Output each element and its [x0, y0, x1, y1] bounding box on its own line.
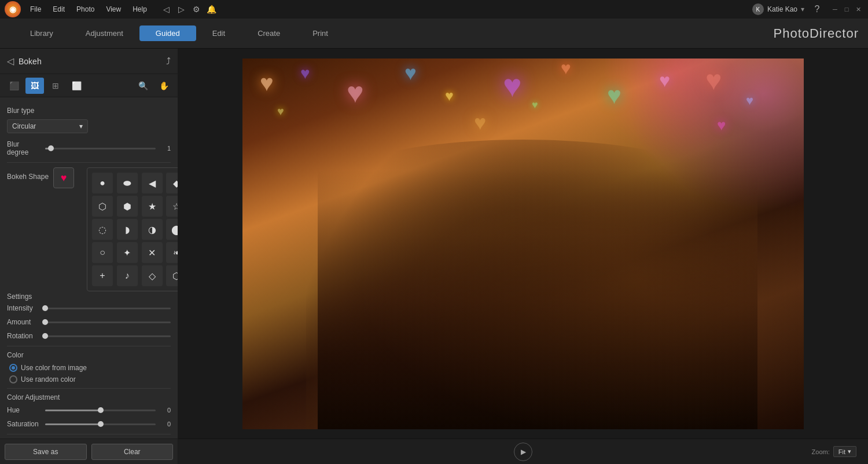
- blur-degree-value: 1: [159, 145, 171, 152]
- blur-degree-track[interactable]: [45, 148, 156, 149]
- tab-library[interactable]: Library: [14, 25, 69, 41]
- color-random-radio[interactable]: [9, 375, 17, 383]
- intensity-row: Intensity: [7, 304, 171, 312]
- shape-diamond[interactable]: ◆: [166, 173, 178, 193]
- user-chevron-icon[interactable]: ▾: [801, 5, 804, 13]
- app-logo: ◉: [5, 1, 21, 17]
- zoom-label: Zoom:: [812, 448, 830, 455]
- photo-bottom-bar: ▶: [178, 439, 868, 464]
- shape-plus[interactable]: +: [92, 265, 113, 286]
- tab-guided[interactable]: Guided: [139, 25, 196, 41]
- tab-edit[interactable]: Edit: [196, 25, 241, 41]
- menu-photo[interactable]: Photo: [72, 4, 99, 14]
- color-from-image-label: Use color from image: [21, 364, 87, 372]
- shape-circle-solid[interactable]: ●: [92, 173, 113, 193]
- title-bar-right: K Katie Kao ▾ ? ─ □ ✕: [752, 3, 863, 15]
- blur-type-select[interactable]: Circular ▾: [7, 119, 88, 133]
- zoom-chevron-icon: ▾: [848, 448, 851, 455]
- avatar: K: [752, 3, 764, 15]
- play-button[interactable]: ▶: [514, 443, 532, 461]
- help-icon[interactable]: ?: [811, 3, 823, 15]
- hue-track[interactable]: [45, 410, 156, 411]
- color-from-image-radio[interactable]: [9, 364, 17, 372]
- panel-header: ◁ Bokeh ⤴: [0, 49, 178, 74]
- settings-icon[interactable]: ⚙: [191, 3, 203, 15]
- photo-area: ♥ ♥ ♥ ♥ ♥ ♥ ♥ ♥ ♥ ♥ ♥ ♥ ♥ ♥ ♥: [178, 49, 868, 464]
- zoom-bar: Zoom: Fit ▾: [812, 446, 856, 457]
- shape-half-circle[interactable]: ◑: [142, 219, 163, 240]
- shape-star-solid[interactable]: ★: [142, 196, 163, 217]
- maximize-button[interactable]: □: [841, 4, 852, 14]
- shape-oval[interactable]: ⬬: [117, 173, 138, 193]
- shape-preview-button[interactable]: ♥: [53, 167, 74, 188]
- tab-print[interactable]: Print: [296, 25, 344, 41]
- bokeh-shape-label: Bokeh Shape: [7, 173, 49, 181]
- title-bar: ◉ File Edit Photo View Help ◁ ▷ ⚙ 🔔 K Ka…: [0, 0, 868, 19]
- panel-footer: Save as Clear: [0, 439, 178, 464]
- shape-circle-empty[interactable]: ○: [92, 242, 113, 263]
- user-info: K Katie Kao ▾: [752, 3, 804, 15]
- view-toolbar: ⬛ 🖼 ⊞ ⬜ 🔍 ✋: [0, 74, 178, 97]
- bokeh-shape-row: Bokeh Shape ♥ ● ⬬ ◀ ◆ ♥ ⬡ ⬢ ★ ☆ ♡ ◌ ◗ ◑: [7, 167, 171, 188]
- blur-degree-row: Blur degree 1: [7, 140, 171, 156]
- shape-hexagon-point[interactable]: ⬢: [117, 196, 138, 217]
- tab-create[interactable]: Create: [241, 25, 296, 41]
- shape-music-note[interactable]: ♪: [117, 265, 138, 286]
- blur-type-label: Blur type: [7, 107, 171, 115]
- zoom-select[interactable]: Fit ▾: [833, 446, 856, 457]
- window-controls: ─ □ ✕: [830, 4, 863, 14]
- menu-edit[interactable]: Edit: [48, 4, 69, 14]
- shape-leaf[interactable]: ❧: [166, 242, 178, 263]
- saturation-row: Saturation 0: [7, 420, 171, 428]
- shape-arrow[interactable]: ◗: [117, 219, 138, 240]
- rotation-track[interactable]: [45, 335, 171, 337]
- view-btn-1[interactable]: ⬛: [5, 78, 23, 94]
- amount-track[interactable]: [45, 321, 171, 323]
- rotation-label: Rotation: [7, 332, 42, 340]
- blur-type-chevron-icon: ▾: [79, 122, 83, 130]
- color-from-image-row: Use color from image: [9, 364, 171, 372]
- redo-icon[interactable]: ▷: [176, 3, 187, 15]
- export-icon[interactable]: ⤴: [166, 56, 171, 67]
- shape-picker-popup: ● ⬬ ◀ ◆ ♥ ⬡ ⬢ ★ ☆ ♡ ◌ ◗ ◑ ⬤ ╲ ○ ✦: [87, 167, 178, 291]
- blur-type-dropdown-row: Circular ▾: [7, 119, 171, 133]
- menu-help[interactable]: Help: [128, 4, 152, 14]
- app-title: PhotoDirector: [773, 26, 859, 41]
- photo-canvas[interactable]: ♥ ♥ ♥ ♥ ♥ ♥ ♥ ♥ ♥ ♥ ♥ ♥ ♥ ♥ ♥: [178, 49, 868, 439]
- save-as-button[interactable]: Save as: [5, 444, 87, 460]
- notification-icon[interactable]: 🔔: [206, 3, 218, 15]
- intensity-track[interactable]: [45, 308, 171, 309]
- shape-dot-large[interactable]: ⬤: [166, 219, 178, 240]
- hue-value: 0: [159, 407, 171, 414]
- view-btn-2[interactable]: 🖼: [25, 78, 44, 94]
- view-btn-grid[interactable]: ⊞: [46, 78, 65, 94]
- menu-file[interactable]: File: [25, 4, 46, 14]
- shape-circle-ring[interactable]: ◌: [92, 219, 113, 240]
- color-adjustment-label: Color Adjustment: [7, 393, 171, 401]
- shape-diamond-small[interactable]: ◇: [142, 265, 163, 286]
- shape-sparkle-4[interactable]: ✦: [117, 242, 138, 263]
- close-button[interactable]: ✕: [853, 4, 863, 14]
- saturation-track[interactable]: [45, 423, 156, 425]
- shape-hexagon-flat[interactable]: ⬡: [92, 196, 113, 217]
- clear-button[interactable]: Clear: [91, 444, 174, 460]
- tab-adjustment[interactable]: Adjustment: [69, 25, 139, 41]
- username: Katie Kao: [767, 5, 797, 13]
- nav-bar: Library Adjustment Guided Edit Create Pr…: [0, 19, 868, 49]
- shape-star-outline[interactable]: ☆: [166, 196, 178, 217]
- blur-type-value: Circular: [12, 122, 36, 130]
- shape-cross-x[interactable]: ✕: [142, 242, 163, 263]
- back-button[interactable]: ◁: [7, 56, 14, 67]
- hand-tool-icon[interactable]: ✋: [155, 78, 173, 94]
- view-toolbar-right: 🔍 ✋: [134, 78, 173, 94]
- minimize-button[interactable]: ─: [830, 4, 840, 14]
- view-btn-compare[interactable]: ⬜: [67, 78, 86, 94]
- undo-icon[interactable]: ◁: [161, 3, 172, 15]
- shape-hexagon-small[interactable]: ⬡: [166, 265, 178, 286]
- color-label: Color: [7, 351, 171, 359]
- menu-view[interactable]: View: [101, 4, 126, 14]
- saturation-label: Saturation: [7, 420, 42, 428]
- zoom-tool-icon[interactable]: 🔍: [134, 78, 152, 94]
- shape-triangle[interactable]: ◀: [142, 173, 163, 193]
- hue-row: Hue 0: [7, 406, 171, 414]
